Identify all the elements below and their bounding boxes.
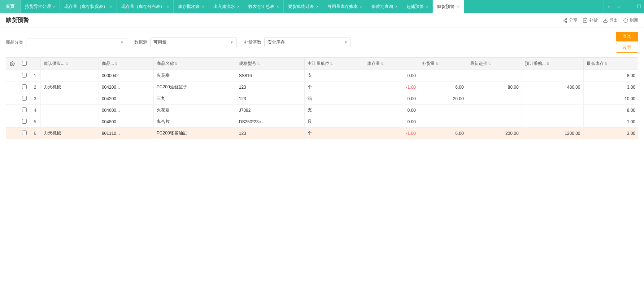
replenish-base-label: 补货基数 [244, 39, 261, 45]
td-est-purchase-0 [522, 70, 583, 81]
td-checkbox-3[interactable] [19, 105, 30, 116]
tab-6-close[interactable]: × [277, 4, 279, 9]
td-min-stock-2: 10.00 [583, 93, 638, 105]
row-checkbox-3[interactable] [22, 107, 27, 112]
filter-datasource-group: 数据源 可用量 ▼ [134, 37, 237, 47]
query-button[interactable]: 查询 [616, 32, 638, 41]
filter-area: 商品分类 ▼ 数据源 可用量 ▼ 补货基数 安全库存 ▼ 查询 设置 [0, 27, 644, 57]
tab-4-label: 库存批次账 [178, 4, 200, 10]
td-stock-5: -1.00 [364, 128, 419, 139]
tab-7[interactable]: 要货单统计表 × [284, 0, 323, 13]
td-unit-3: 支 [304, 105, 364, 116]
td-index-4: 5 [30, 116, 40, 128]
th-index [30, 58, 40, 70]
tab-4-close[interactable]: × [202, 4, 204, 9]
td-est-purchase-4 [522, 116, 583, 128]
export-button[interactable]: 导出 [603, 17, 618, 23]
settings-button[interactable]: 设置 [616, 43, 638, 53]
svg-point-0 [566, 18, 567, 20]
tab-9-close[interactable]: × [395, 4, 397, 9]
tab-5[interactable]: 出入库流水 × [209, 0, 244, 13]
td-min-stock-1: 3.00 [583, 81, 638, 93]
th-latest-price[interactable]: 最新进价⇅ [467, 58, 522, 70]
header-actions: 分享 补货 导出 刷新 [562, 17, 638, 23]
th-replenish-qty[interactable]: 补货量⇅ [419, 58, 467, 70]
td-unit-5: 个 [304, 128, 364, 139]
row-checkbox-1[interactable] [22, 84, 27, 89]
th-product-name[interactable]: 商品名称⇅ [153, 58, 236, 70]
replenish-label: 补货 [589, 17, 598, 23]
tab-2[interactable]: 现存量（库存状况表） × [60, 0, 117, 13]
tab-10[interactable]: 超储预警 × [402, 0, 433, 13]
th-gear[interactable] [6, 58, 19, 70]
th-unit[interactable]: 主计量单位⇅ [304, 58, 364, 70]
th-spec[interactable]: 规格型号⇅ [236, 58, 304, 70]
table-container: 默认供应...⇅ 商品...⇅ 商品名称⇅ 规格型号⇅ 主计量单位⇅ [0, 57, 644, 145]
th-default-supplier[interactable]: 默认供应...⇅ [40, 58, 99, 70]
th-min-stock[interactable]: 最低库存⇅ [583, 58, 638, 70]
tab-next-btn[interactable]: › [614, 0, 624, 13]
td-checkbox-1[interactable] [19, 81, 30, 93]
tab-11-close[interactable]: × [457, 4, 459, 9]
tab-minimize-btn[interactable]: — [624, 0, 634, 13]
tab-8[interactable]: 可用量库存账本 × [323, 0, 367, 13]
datasource-arrow-icon: ▼ [230, 40, 234, 44]
tab-11[interactable]: 缺货预警 × [433, 0, 464, 13]
td-supplier-5: 力天机械 [40, 128, 99, 139]
tab-prev-btn[interactable]: ‹ [604, 0, 614, 13]
share-button[interactable]: 分享 [562, 17, 578, 23]
tab-3[interactable]: 现存量（库存分布表） × [117, 0, 174, 13]
row-checkbox-5[interactable] [22, 131, 27, 135]
td-code-4: 004800... [99, 116, 153, 128]
tab-8-close[interactable]: × [360, 4, 362, 9]
tab-1[interactable]: 拣货异常处理 × [21, 0, 60, 13]
svg-point-2 [566, 21, 567, 23]
td-stock-3: 0.00 [364, 105, 419, 116]
tab-maximize-btn[interactable]: ☐ [634, 0, 644, 13]
td-index-3: 4 [30, 105, 40, 116]
tab-10-close[interactable]: × [426, 4, 428, 9]
tab-4[interactable]: 库存批次账 × [174, 0, 209, 13]
td-gear-1 [6, 81, 19, 93]
th-checkbox[interactable] [19, 58, 30, 70]
row-checkbox-2[interactable] [22, 96, 27, 101]
tab-7-close[interactable]: × [316, 4, 318, 9]
tab-2-close[interactable]: × [110, 4, 112, 9]
th-est-purchase[interactable]: 预计采购...⇅ [522, 58, 583, 70]
svg-point-1 [563, 20, 565, 21]
th-product-code[interactable]: 商品...⇅ [99, 58, 153, 70]
tab-6-label: 收发存汇总表 [248, 4, 274, 10]
refresh-button[interactable]: 刷新 [623, 17, 638, 23]
td-name-3: 火花塞 [153, 105, 236, 116]
tab-9[interactable]: 保质期查询 × [367, 0, 402, 13]
row-checkbox-4[interactable] [22, 119, 27, 124]
replenish-button[interactable]: 补货 [583, 17, 598, 23]
filter-action-buttons: 查询 设置 [616, 32, 638, 53]
datasource-select[interactable]: 可用量 ▼ [150, 37, 237, 47]
td-checkbox-4[interactable] [19, 116, 30, 128]
datasource-value: 可用量 [153, 39, 166, 45]
td-checkbox-5[interactable] [19, 128, 30, 139]
th-stock[interactable]: 库存量⇅ [364, 58, 419, 70]
tab-6[interactable]: 收发存汇总表 × [244, 0, 283, 13]
td-checkbox-2[interactable] [19, 93, 30, 105]
td-spec-5: 123 [236, 128, 304, 139]
td-checkbox-0[interactable] [19, 70, 30, 81]
td-supplier-3 [40, 105, 99, 116]
datasource-label: 数据源 [134, 39, 147, 45]
tab-home[interactable]: 首页 [0, 0, 21, 13]
select-all-checkbox[interactable] [22, 61, 27, 66]
row-checkbox-0[interactable] [22, 73, 27, 78]
share-label: 分享 [569, 17, 578, 23]
tab-1-close[interactable]: × [53, 4, 55, 9]
category-select[interactable]: ▼ [26, 39, 127, 46]
gear-icon [10, 61, 15, 66]
td-supplier-0 [40, 70, 99, 81]
tab-3-close[interactable]: × [167, 4, 169, 9]
td-min-stock-3: 8.00 [583, 105, 638, 116]
td-index-5: 6 [30, 128, 40, 139]
tab-5-close[interactable]: × [237, 4, 239, 9]
td-replenish-qty-3 [419, 105, 467, 116]
replenish-base-select[interactable]: 安全库存 ▼ [264, 37, 351, 47]
td-min-stock-4: 1.00 [583, 116, 638, 128]
